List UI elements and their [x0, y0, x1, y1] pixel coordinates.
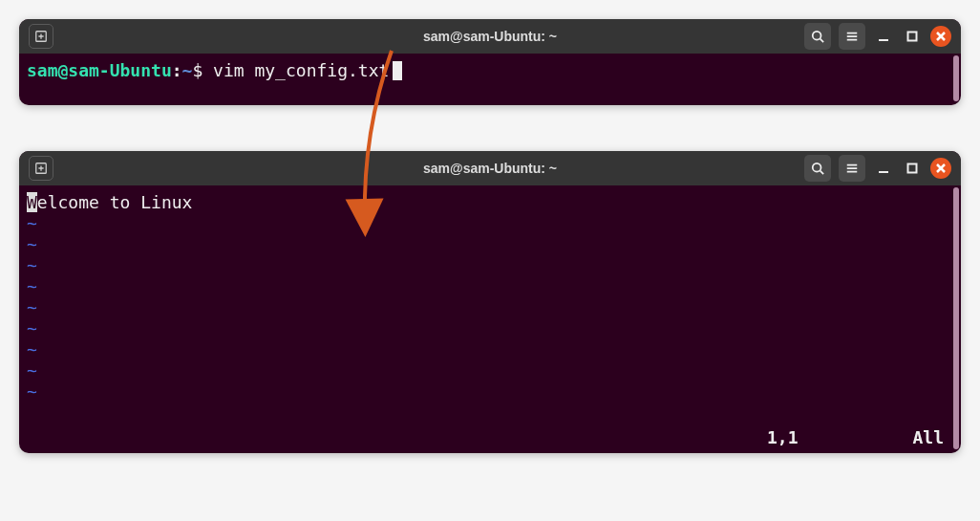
scrollbar[interactable] — [953, 55, 959, 101]
vim-empty-tilde: ~ — [27, 360, 37, 380]
minimize-button[interactable] — [873, 158, 894, 179]
search-button[interactable] — [804, 155, 831, 182]
new-tab-button[interactable] — [29, 24, 53, 49]
search-button[interactable] — [804, 23, 831, 50]
command-text: vim my_config.txt — [213, 60, 389, 80]
prompt-dollar: $ — [192, 60, 202, 80]
vim-empty-tilde: ~ — [27, 234, 37, 254]
terminal-body[interactable]: sam@sam-Ubuntu:~$ vim my_config.txt — [19, 54, 961, 105]
prompt-colon: : — [172, 60, 182, 80]
new-tab-button[interactable] — [29, 156, 53, 181]
svg-line-4 — [820, 39, 824, 43]
svg-point-15 — [813, 163, 821, 172]
vim-body[interactable]: Welcome to Linux ~ ~ ~ ~ ~ ~ ~ ~ ~ 1,1 A… — [19, 185, 961, 453]
vim-empty-tilde: ~ — [27, 276, 37, 296]
svg-rect-21 — [908, 164, 917, 173]
vim-content-line: Welcome to Linux — [27, 191, 953, 212]
vim-scroll-indicator: All — [912, 426, 944, 449]
minimize-button[interactable] — [873, 26, 894, 47]
annotation-arrow-container — [19, 113, 961, 151]
file-content: elcome to Linux — [37, 192, 193, 212]
maximize-button[interactable] — [902, 26, 923, 47]
vim-empty-tilde: ~ — [27, 255, 37, 275]
hamburger-menu-button[interactable] — [839, 23, 865, 50]
window-title: sam@sam-Ubuntu: ~ — [423, 29, 557, 44]
titlebar: sam@sam-Ubuntu: ~ — [19, 151, 961, 185]
vim-empty-tilde: ~ — [27, 318, 37, 338]
scrollbar[interactable] — [953, 187, 959, 449]
prompt-path: ~ — [182, 60, 193, 80]
titlebar: sam@sam-Ubuntu: ~ — [19, 19, 961, 54]
cursor-icon — [393, 61, 402, 80]
vim-empty-tilde: ~ — [27, 381, 37, 402]
svg-rect-9 — [908, 33, 917, 41]
hamburger-menu-button[interactable] — [839, 155, 865, 182]
vim-status-bar: 1,1 All — [767, 426, 944, 449]
maximize-button[interactable] — [902, 158, 923, 179]
prompt-userhost: sam@sam-Ubuntu — [27, 60, 172, 80]
vim-empty-tilde: ~ — [27, 339, 37, 359]
close-button[interactable] — [930, 158, 951, 179]
svg-point-3 — [813, 32, 821, 40]
terminal-window-vim: sam@sam-Ubuntu: ~ Welcome to Linux ~ ~ ~ — [19, 151, 961, 453]
terminal-window-command: sam@sam-Ubuntu: ~ sam@sam-Ubuntu:~$ vim … — [19, 19, 961, 105]
svg-line-16 — [820, 171, 824, 175]
vim-cursor-position: 1,1 — [767, 426, 799, 449]
close-button[interactable] — [930, 26, 951, 47]
vim-cursor: W — [27, 192, 37, 212]
vim-empty-tilde: ~ — [27, 297, 37, 317]
vim-empty-tilde: ~ — [27, 213, 37, 233]
window-title: sam@sam-Ubuntu: ~ — [423, 161, 557, 176]
